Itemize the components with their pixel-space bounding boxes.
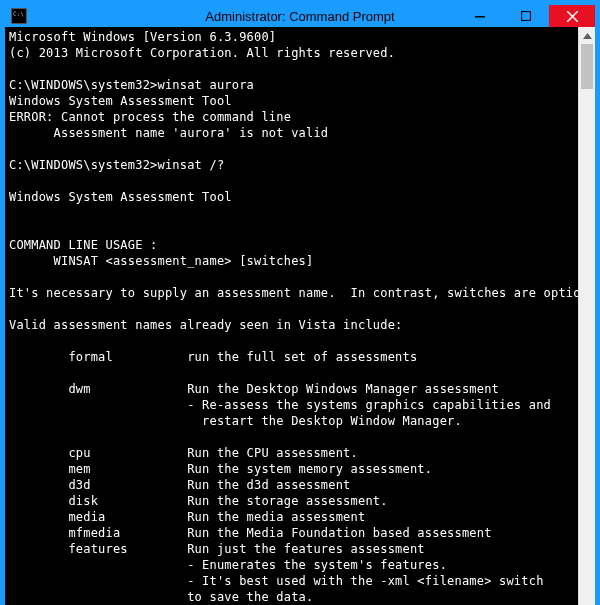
- maximize-button[interactable]: [503, 5, 549, 27]
- chevron-up-icon: [583, 33, 592, 39]
- terminal-output[interactable]: Microsoft Windows [Version 6.3.9600] (c)…: [5, 27, 578, 605]
- svg-rect-1: [522, 12, 531, 21]
- titlebar[interactable]: Administrator: Command Prompt: [5, 5, 595, 27]
- client-area: Microsoft Windows [Version 6.3.9600] (c)…: [5, 27, 595, 605]
- scroll-up-button[interactable]: [579, 27, 595, 44]
- svg-marker-4: [583, 33, 592, 39]
- maximize-icon: [521, 11, 531, 21]
- window-frame: Administrator: Command Prompt Microsoft …: [0, 0, 600, 605]
- minimize-button[interactable]: [457, 5, 503, 27]
- minimize-icon: [475, 11, 485, 21]
- close-button[interactable]: [549, 5, 595, 27]
- vertical-scrollbar[interactable]: [578, 27, 595, 605]
- cmd-icon: [11, 8, 27, 24]
- close-icon: [567, 11, 578, 22]
- scrollbar-thumb[interactable]: [581, 44, 593, 89]
- scrollbar-track[interactable]: [579, 44, 595, 605]
- window-controls: [457, 5, 595, 27]
- svg-rect-0: [475, 16, 485, 18]
